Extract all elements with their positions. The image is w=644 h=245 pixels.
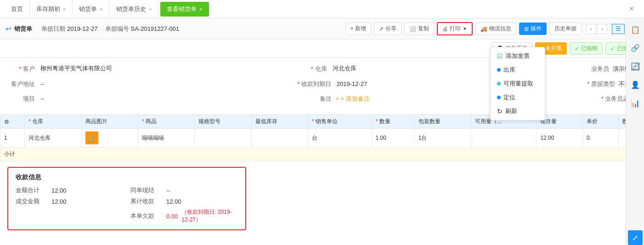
transaction-amount-value: 12.00: [51, 198, 67, 205]
check-icon2: ✓: [610, 46, 615, 52]
plus-icon: +: [335, 95, 339, 102]
transaction-amount-item: 成交金额 12.00: [16, 197, 123, 205]
row-index: 1: [0, 129, 25, 148]
doc-date-field: 单据日期 2019-12-27: [41, 25, 98, 33]
dropdown-refresh[interactable]: ↻ 刷新: [491, 104, 545, 118]
col-product: * 商品: [138, 115, 194, 129]
tab-close-inventory-init[interactable]: ×: [63, 6, 66, 12]
tab-sales-history[interactable]: 销货单历史 ×: [110, 0, 158, 18]
operations-dropdown: ☑ 添加发票 出库 可用量提取 定位 ↻ 刷新: [490, 47, 545, 120]
row-min-stock: [251, 129, 308, 148]
project-value: --: [39, 94, 46, 103]
payment-date-value: 2019-12-27: [335, 80, 369, 89]
note-field: 备注 + + 添加备注: [304, 95, 601, 103]
share-button[interactable]: ↗ 分享: [374, 23, 401, 35]
col-warehouse: * 仓库: [25, 115, 81, 129]
sidebar-user-icon[interactable]: 👤: [628, 77, 643, 92]
row-qty: 1.00: [372, 129, 414, 148]
col-min-stock: 最低库存: [251, 115, 308, 129]
tab-home[interactable]: 首页: [5, 0, 30, 18]
col-settings[interactable]: ⚙: [0, 115, 25, 129]
total-amount-value: 12.00: [51, 187, 67, 194]
summary-grid: 金额合计 12.00 同单现结 -- 成交金额 12.00 累计收款 12.00: [16, 186, 238, 224]
row-warehouse: 河北仓库: [25, 129, 81, 148]
radio-icon2: [497, 82, 501, 85]
doc-number-field: 单据编号 SA-20191227-001: [105, 25, 180, 33]
dropdown-outbound[interactable]: 出库: [491, 63, 545, 77]
new-button[interactable]: + 新增: [345, 23, 371, 35]
summary-title: 收款信息: [16, 173, 238, 182]
total-amount-item: 金额合计 12.00: [16, 186, 123, 194]
prev-record-button[interactable]: ‹: [586, 24, 596, 34]
dropdown-locate[interactable]: 定位: [491, 91, 545, 104]
col-pack-qty: 包装数量: [414, 115, 471, 129]
main-content: ↩ 销货单 单据日期 2019-12-27 单据编号 SA-20191227-0…: [0, 18, 644, 245]
current-due-full-item: 本单欠款 0.00 （收款到期日: 2019-12-27）: [130, 208, 238, 224]
history-records-button[interactable]: 历史单据: [549, 23, 582, 35]
doc-type-label: 销货单: [14, 25, 32, 33]
row-product: 嗝嗝嗝嗝: [138, 129, 194, 148]
due-note: （收款到期日: 2019-12-27）: [181, 208, 238, 224]
cumulative-receipt-item: 累计收款 12.00: [130, 197, 238, 205]
products-table: ⚙ * 仓库 商品图片 * 商品 规格型号 最低库存 * 销售单位 * 数量 包…: [0, 114, 644, 161]
current-due-item: [16, 208, 123, 224]
window-close-button[interactable]: ×: [623, 4, 639, 14]
doc-meta: 单据日期 2019-12-27 单据编号 SA-20191227-001: [41, 25, 179, 33]
tab-sales-order[interactable]: 销货单 ×: [73, 0, 109, 18]
same-order-settle-value: --: [166, 187, 170, 194]
sidebar-expand-icon[interactable]: ⤢: [628, 230, 643, 245]
logistics-icon: 🚚: [480, 26, 487, 32]
form-area: 客户 柳州粤港平安气体有限公司 仓库 河北仓库 业务员 演示账号 客户地址 --: [0, 58, 644, 114]
row-unit: 台: [308, 129, 372, 148]
sidebar-sync-icon[interactable]: 🔄: [628, 59, 643, 74]
toolbar: ↩ 销货单 单据日期 2019-12-27 单据编号 SA-20191227-0…: [0, 18, 644, 40]
row-available: [471, 129, 537, 148]
doc-number-value: SA-20191227-001: [131, 25, 180, 32]
print-button[interactable]: 🖨 打印 ▼: [437, 22, 473, 35]
tab-view-sales-order[interactable]: 查看销货单 ×: [160, 2, 209, 17]
current-due-value: 0.00: [166, 213, 178, 220]
warehouse-value: 河北仓库: [331, 63, 358, 74]
dropdown-add-invoice[interactable]: ☑ 添加发票: [491, 49, 545, 63]
dropdown-available-qty[interactable]: 可用量提取: [491, 77, 545, 91]
logistics-button[interactable]: 🚚 物流信息: [475, 23, 516, 35]
next-record-button[interactable]: ›: [597, 24, 607, 34]
row-product-img: 🛒: [81, 129, 138, 148]
sidebar-link-icon[interactable]: 🔗: [628, 40, 643, 55]
customer-field: 客户 柳州粤港平安气体有限公司: [7, 63, 299, 74]
col-spec: 规格型号: [195, 115, 251, 129]
address-value: --: [39, 80, 46, 89]
row-pack-qty: 1台: [414, 129, 471, 148]
row-unit-price: 0.: [583, 129, 619, 148]
table-header: ⚙ * 仓库 商品图片 * 商品 规格型号 最低库存 * 销售单位 * 数量 包…: [0, 115, 644, 129]
address-field: 客户地址 --: [7, 80, 297, 89]
project-field: 项目 --: [7, 94, 304, 103]
nav-arrows: ‹ ›: [586, 24, 607, 34]
col-unit: * 销售单位: [308, 115, 372, 129]
product-thumbnail: 🛒: [85, 131, 98, 144]
copy-button[interactable]: ⬜ 复制: [404, 23, 434, 35]
sales-order-icon: ↩: [6, 24, 11, 33]
operations-icon: ⊞: [524, 26, 529, 32]
col-product-img: 商品图片: [81, 115, 138, 129]
toolbar-actions: + 新增 ↗ 分享 ⬜ 复制 🖨 打印 ▼ 🚚 物流信息: [345, 22, 638, 35]
sidebar-chart-icon[interactable]: 📊: [628, 96, 643, 110]
tab-inventory-init[interactable]: 库存期初 ×: [30, 0, 73, 18]
tab-close-view-sales-order[interactable]: ×: [199, 6, 202, 12]
subtotal-label: 小计: [0, 148, 644, 161]
add-note-button[interactable]: + + 添加备注: [335, 95, 369, 103]
radio-icon: [497, 68, 501, 72]
right-sidebar: 📋 🔗 🔄 👤 📊 ⤢: [626, 18, 644, 245]
list-view-button[interactable]: ☰: [612, 24, 625, 34]
doc-date-value: 2019-12-27: [67, 25, 98, 32]
tab-close-sales-history[interactable]: ×: [149, 6, 152, 12]
sidebar-clipboard-icon[interactable]: 📋: [628, 22, 643, 37]
table-container: ⚙ * 仓库 商品图片 * 商品 规格型号 最低库存 * 销售单位 * 数量 包…: [0, 114, 644, 161]
approved-button[interactable]: ✓ 已核销: [570, 42, 603, 55]
doc-type-icon: ↩ 销货单: [6, 24, 32, 33]
row-current-stock: 12.00: [537, 129, 583, 148]
operations-button[interactable]: ⊞ 操作: [519, 23, 547, 35]
check-icon: ✓: [575, 46, 579, 52]
tab-close-sales-order[interactable]: ×: [100, 6, 102, 12]
radio-icon3: [497, 96, 501, 99]
